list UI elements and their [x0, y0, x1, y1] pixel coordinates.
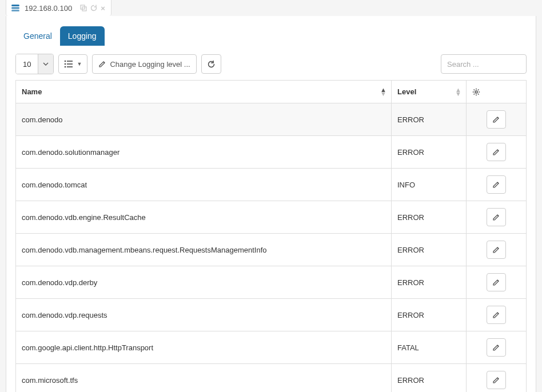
cell-actions [467, 201, 527, 234]
refresh-button[interactable] [201, 54, 221, 74]
cell-name: com.denodo.vdp.requests [16, 299, 392, 331]
edit-icon [492, 148, 500, 156]
cell-actions [467, 331, 527, 364]
svg-line-16 [474, 89, 475, 90]
table-row: com.denodo.vdb.engine.ResultCacheERROR [16, 201, 527, 234]
column-header-actions[interactable] [467, 81, 527, 103]
svg-rect-2 [11, 10, 19, 11]
edit-row-button[interactable] [487, 110, 506, 129]
svg-rect-8 [67, 63, 73, 65]
list-icon [64, 60, 73, 68]
edit-icon [492, 115, 500, 123]
page-size-select[interactable]: 10 [15, 54, 54, 74]
cell-name: com.google.api.client.http.HttpTransport [16, 331, 392, 364]
page-size-value: 10 [16, 54, 38, 74]
sort-asc-icon: ▲▼ [380, 88, 386, 96]
cell-level: FATAL [392, 331, 467, 364]
cell-level: ERROR [392, 234, 467, 266]
table-row: com.denodo.solutionmanagerERROR [16, 136, 527, 169]
cell-actions [467, 169, 527, 201]
copy-icon[interactable] [80, 4, 87, 13]
toolbar: 10 ▼ Change Logging level ... [15, 54, 527, 74]
chevron-down-icon [38, 54, 53, 74]
table-row: com.denodo.vdp.requestsERROR [16, 299, 527, 331]
svg-rect-6 [67, 61, 73, 62]
cell-actions [467, 234, 527, 266]
cell-level: ERROR [392, 266, 467, 299]
cell-level: ERROR [392, 136, 467, 169]
edit-icon [98, 60, 106, 68]
edit-row-button[interactable] [487, 175, 506, 194]
server-icon [11, 3, 20, 13]
cell-name: com.denodo.vdb.management.mbeans.request… [16, 234, 392, 266]
cell-name: com.microsoft.tfs [16, 364, 392, 393]
cell-name: com.denodo.vdp.derby [16, 266, 392, 299]
refresh-icon[interactable] [90, 4, 97, 13]
table-row: com.microsoft.tfsERROR [16, 364, 527, 393]
cell-level: ERROR [392, 364, 467, 393]
tab-general[interactable]: General [15, 26, 60, 46]
svg-point-7 [65, 63, 66, 65]
edit-row-button[interactable] [487, 306, 506, 324]
table-row: com.denodo.vdb.management.mbeans.request… [16, 234, 527, 266]
svg-line-17 [478, 94, 479, 94]
sort-icon: ▲▼ [455, 88, 461, 96]
refresh-icon [207, 60, 216, 69]
edit-row-button[interactable] [487, 241, 506, 259]
change-logging-level-button[interactable]: Change Logging level ... [92, 54, 196, 74]
edit-icon [492, 246, 500, 254]
edit-icon [492, 213, 500, 221]
edit-icon [492, 278, 500, 286]
edit-icon [492, 343, 500, 351]
change-logging-level-label: Change Logging level ... [110, 60, 190, 69]
edit-row-button[interactable] [487, 208, 506, 226]
search-input[interactable] [441, 54, 527, 74]
caret-down-icon: ▼ [77, 61, 82, 67]
loggers-table: Name ▲▼ Level ▲▼ com.denodoERRORcom.deno… [15, 80, 527, 392]
svg-point-5 [65, 61, 66, 62]
table-row: com.denodo.tomcatINFO [16, 169, 527, 201]
cell-actions [467, 299, 527, 331]
tab-logging[interactable]: Logging [60, 26, 105, 46]
column-header-level[interactable]: Level ▲▼ [392, 81, 467, 103]
document-tab-title: 192.168.0.100 [25, 4, 72, 13]
edit-icon [492, 311, 500, 319]
edit-row-button[interactable] [487, 273, 506, 291]
cell-actions [467, 136, 527, 169]
svg-point-9 [65, 66, 66, 68]
table-row: com.denodoERROR [16, 103, 527, 136]
cell-level: ERROR [392, 299, 467, 331]
close-icon[interactable]: × [101, 4, 105, 13]
cell-name: com.denodo.solutionmanager [16, 136, 392, 169]
gear-icon [472, 88, 520, 96]
cell-level: ERROR [392, 103, 467, 136]
nav-tabs: General Logging [15, 26, 527, 46]
columns-dropdown[interactable]: ▼ [58, 54, 87, 74]
cell-name: com.denodo.tomcat [16, 169, 392, 201]
cell-name: com.denodo.vdb.engine.ResultCache [16, 201, 392, 234]
table-row: com.google.api.client.http.HttpTransport… [16, 331, 527, 364]
svg-point-11 [475, 91, 477, 93]
edit-row-button[interactable] [487, 338, 506, 357]
main-panel: General Logging 10 ▼ Change Logging [6, 16, 536, 392]
cell-actions [467, 364, 527, 393]
cell-level: ERROR [392, 201, 467, 234]
cell-actions [467, 266, 527, 299]
cell-name: com.denodo [16, 103, 392, 136]
svg-rect-1 [11, 7, 19, 9]
cell-level: INFO [392, 169, 467, 201]
edit-row-button[interactable] [487, 371, 506, 389]
table-row: com.denodo.vdp.derbyERROR [16, 266, 527, 299]
edit-icon [492, 181, 500, 189]
column-header-name[interactable]: Name ▲▼ [16, 81, 392, 103]
svg-line-19 [474, 94, 475, 94]
svg-rect-10 [67, 66, 73, 67]
document-tab[interactable]: 192.168.0.100 × [6, 0, 111, 16]
cell-actions [467, 103, 527, 136]
edit-row-button[interactable] [487, 143, 506, 161]
svg-line-18 [478, 89, 479, 90]
edit-icon [492, 376, 500, 384]
svg-rect-0 [11, 5, 19, 6]
